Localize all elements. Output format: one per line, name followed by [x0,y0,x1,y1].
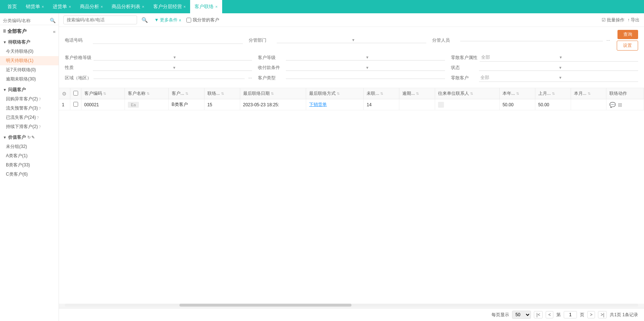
sidebar-item-churned[interactable]: 已流失客户(24) ? [0,113,59,122]
page-input[interactable] [564,311,577,318]
all-customers-header[interactable]: ⠿ 全部客户 « [0,27,59,36]
pending-section-header: ▼ 待联络客户 [0,38,59,47]
col-type-sort[interactable]: ⇅ [185,92,188,96]
sidebar-item-declining[interactable]: 持续下滑客户(2) ? [0,122,59,131]
last-page-button[interactable]: >| [598,311,607,318]
col-code-label: 客户编码 [84,90,102,97]
nav-customer-contact[interactable]: 客户联络 × [190,0,222,13]
select-all-checkbox[interactable] [73,91,78,96]
nav-customer-tier[interactable]: 客户分层经营 × [149,0,190,13]
person-dots[interactable]: ··· [606,38,610,43]
comment-icon[interactable]: 💬 [609,102,616,108]
customer-level-label: 客户等级 [258,55,284,61]
my-customers-checkbox[interactable] [186,18,191,23]
last-contact-method-link[interactable]: 下销货单 [309,102,327,107]
sidebar-search-input[interactable] [3,18,50,23]
nav-home[interactable]: 首页 [3,0,21,13]
col-last-contact-method-sort[interactable]: ⇅ [337,92,340,96]
nav-goods-analysis-list-close[interactable]: × [142,4,144,9]
settings-button[interactable]: 设置 [617,41,638,51]
nav-purchase-close[interactable]: × [69,4,71,9]
col-uncontacted: 未联... ⇅ [364,88,399,99]
export-button[interactable]: ↑ 导出 [627,17,640,23]
col-overdue-sort[interactable]: ⇅ [416,92,419,96]
retail-attr-select[interactable]: 全部 ▼ [480,54,638,62]
prev-page-button[interactable]: < [546,311,553,318]
status-select[interactable]: ▼ [479,65,638,71]
sidebar-item-tomorrow-label: 明天待联络(1) [6,58,34,64]
sidebar-item-today[interactable]: 今天待联络(0) [0,47,59,56]
sidebar-item-7days[interactable]: 近7天待联络(0) [0,65,59,75]
nav-goods-analysis-list[interactable]: 商品分析列表 × [107,0,148,13]
col-name-sort[interactable]: ⇅ [147,92,150,96]
col-settings[interactable]: ⚙ [59,88,70,99]
region-select[interactable] [94,77,245,79]
person-select[interactable] [460,39,603,41]
nav-customer-tier-close[interactable]: × [183,4,186,9]
sidebar-search-icon[interactable]: 🔍 [50,18,56,23]
payment-select[interactable]: ▼ [286,65,445,71]
filter-nature: 性质 ▼ [65,65,252,71]
sidebar-item-tomorrow[interactable]: 明天待联络(1) [0,56,59,65]
sidebar-item-declining-label: 持续下滑客户(2) [6,124,38,130]
row-checkbox[interactable] [73,102,78,107]
customer-type-label: 客户类型 [258,75,284,81]
col-this-year-sort[interactable]: ⇅ [516,92,519,96]
sidebar-item-abnormal[interactable]: 回购异常客户(2) ? [0,94,59,104]
col-unit-contact-sort[interactable]: ⇅ [470,92,473,96]
col-last-contact-date-sort[interactable]: ⇅ [271,92,274,96]
col-uncontacted-sort[interactable]: ⇅ [380,92,383,96]
sidebar-item-abnormal-label: 回购异常客户(2) [6,96,38,102]
collapse-icon[interactable]: « [53,29,56,34]
more-conditions-button[interactable]: ▼ 更多条件 ∧ [152,16,183,24]
dept-select[interactable]: ▼ [277,37,427,43]
col-code: 客户编码 ⇅ [81,88,125,99]
sidebar-item-c-class[interactable]: C类客户(6) [0,170,59,179]
sidebar-item-overdue[interactable]: 逾期未联络(30) [0,75,59,84]
my-customers-label: 我分管的客户 [193,17,219,23]
cell-name: Ea [125,99,169,110]
filter-search-input[interactable] [63,15,137,24]
grid-icon[interactable]: ⊞ [618,102,622,108]
cell-this-year: 50.00 [499,99,535,110]
nav-goods-analysis[interactable]: 商品分析 × [76,0,107,13]
retail-customer-select[interactable]: 全部 ▼ [479,74,638,82]
problem-section-label: 问题客户 [8,87,26,93]
nav-purchase[interactable]: 进货单 × [48,0,75,13]
cell-last-month: 50.00 [535,99,571,110]
first-page-button[interactable]: |< [534,311,543,318]
horizontal-scrollbar[interactable] [65,304,638,307]
nav-customer-contact-close[interactable]: × [215,4,217,9]
col-last-contact-date-label: 最后联络日期 [243,90,270,97]
customer-type-select[interactable] [286,77,445,79]
phone-input[interactable] [93,37,243,44]
nature-select[interactable]: ▼ [93,65,252,71]
sidebar-item-a-class[interactable]: A类客户(1) [0,151,59,160]
sidebar-item-churn-warning[interactable]: 流失预警客户(3) ? [0,104,59,113]
nav-sales-close[interactable]: × [42,4,44,9]
region-dots[interactable]: ··· [248,75,252,80]
scrollbar-thumb[interactable] [179,304,351,307]
col-contact-sort[interactable]: ⇅ [221,92,224,96]
nav-goods-analysis-close[interactable]: × [101,4,103,9]
per-page-select[interactable]: 50 100 200 [512,311,531,319]
col-code-sort[interactable]: ⇅ [103,92,106,96]
sidebar-item-a-class-label: A类客户(1) [6,153,28,159]
filter-search-button[interactable]: 🔍 [140,16,149,24]
action-icons: 💬 ⊞ [609,102,641,108]
nav-sales[interactable]: 销货单 × [21,0,48,13]
value-refresh-icon[interactable]: ↻ [27,135,31,140]
settings-gear-icon[interactable]: ⚙ [62,91,67,97]
query-button[interactable]: 查询 [617,30,638,39]
value-edit-icon[interactable]: ✎ [31,135,35,140]
col-unit-contact: 往来单位联系人 ⇅ [435,88,500,99]
customer-level-select[interactable]: ▼ [286,55,445,61]
price-level-select[interactable]: ▼ [94,55,252,61]
sidebar-item-b-class[interactable]: B类客户(33) [0,160,59,170]
col-last-month-sort[interactable]: ⇅ [552,92,555,96]
next-page-button[interactable]: > [587,311,595,318]
col-this-month-sort[interactable]: ⇅ [588,92,591,96]
dept-caret: ▼ [351,38,425,42]
sidebar-item-ungrouped[interactable]: 未分组(32) [0,142,59,151]
batch-op-button[interactable]: ☑ 批量操作 [602,17,624,23]
